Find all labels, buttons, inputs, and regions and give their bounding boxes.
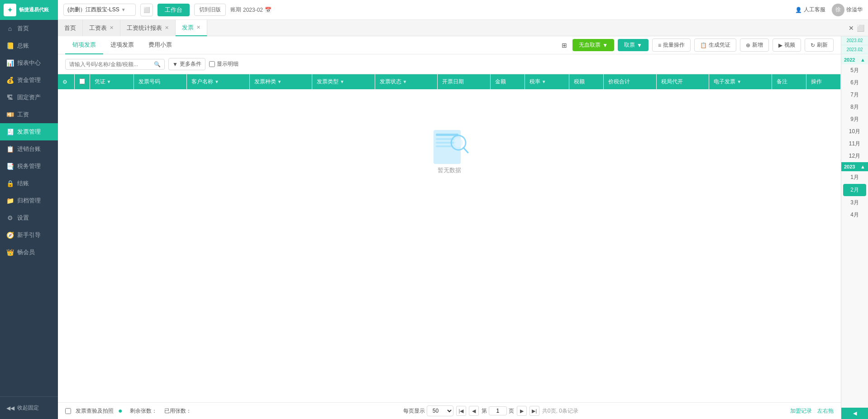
tab-salary-table-close[interactable]: ✕ xyxy=(110,25,114,31)
sidebar-item-invoice[interactable]: 🧾 发票管理 xyxy=(0,123,58,140)
subtab-expense-receipt[interactable]: 费用小票 xyxy=(141,36,179,54)
month-2023-01[interactable]: 1月 xyxy=(841,171,868,183)
switch-version-button[interactable]: 切到旧版 xyxy=(194,4,226,16)
subtab-purchase-invoice[interactable]: 进项发票 xyxy=(103,36,141,54)
th-total: 价税合计 xyxy=(603,74,656,89)
video-btn[interactable]: ▶ 视频 xyxy=(773,39,801,52)
month-2023-02[interactable]: 2月 xyxy=(843,184,866,196)
th-invoice-category: 发票类型▼ xyxy=(312,74,375,89)
sidebar-item-member[interactable]: 👑 畅会员 xyxy=(0,244,58,261)
sidebar-item-archive[interactable]: 📁 归档管理 xyxy=(0,192,58,209)
last-page-btn[interactable]: ▶| xyxy=(529,406,539,416)
tab-salary-stats[interactable]: 工资统计报表 ✕ xyxy=(120,20,176,36)
subtab-sales-invoice[interactable]: 销项发票 xyxy=(65,36,103,54)
show-detail-toggle[interactable]: 显示明细 xyxy=(209,60,238,68)
month-2022-05[interactable]: 5月 xyxy=(841,64,868,77)
video-label: 视频 xyxy=(784,41,795,49)
prev-page-btn[interactable]: ◀ xyxy=(469,406,479,416)
sidebar-label-ledger: 总账 xyxy=(17,42,29,50)
first-page-btn[interactable]: |◀ xyxy=(456,406,466,416)
sidebar-item-sales[interactable]: 📋 进销台账 xyxy=(0,140,58,158)
tab-invoice-close[interactable]: ✕ xyxy=(196,24,200,30)
bottom-bar: 发票查验及拍照 ● 剩余张数： 已用张数： 每页显示 50 10 20 xyxy=(58,402,841,419)
th-settings[interactable]: ⚙ xyxy=(58,74,74,89)
year-2022-label: 2022 xyxy=(844,57,855,63)
sidebar-item-funds[interactable]: 💰 资金管理 xyxy=(0,72,58,89)
page-input[interactable] xyxy=(489,406,507,415)
month-2022-06[interactable]: 6月 xyxy=(841,77,868,89)
avatar: 徐 xyxy=(832,4,844,16)
month-2022-09[interactable]: 9月 xyxy=(841,113,868,125)
tab-home[interactable]: 首页 xyxy=(58,20,83,36)
th-checkbox[interactable] xyxy=(74,74,90,89)
sidebar-item-closing[interactable]: 🔒 结账 xyxy=(0,175,58,192)
sidebar-item-home[interactable]: ⌂ 首页 xyxy=(0,20,58,37)
more-conditions-btn[interactable]: ▼ 更多条件 xyxy=(168,58,205,70)
batch-ops-btn[interactable]: ≡ 批量操作 xyxy=(652,39,691,52)
period-value: 2023-02 xyxy=(243,7,263,13)
search-box[interactable]: 🔍 xyxy=(65,59,165,70)
copy-button[interactable]: ⬜ xyxy=(140,4,153,16)
sidebar-label-guide: 新手引导 xyxy=(17,231,41,239)
show-detail-checkbox[interactable] xyxy=(209,61,215,67)
tab-close-all[interactable]: ✕ xyxy=(849,24,854,32)
member-icon: 👑 xyxy=(6,249,14,256)
refresh-btn[interactable]: ↻ 刷新 xyxy=(805,39,834,52)
next-page-btn[interactable]: ▶ xyxy=(517,406,527,416)
take-ticket-btn[interactable]: 取票 ▼ xyxy=(618,39,649,51)
tab-maximize[interactable]: ⬜ xyxy=(857,24,864,32)
sidebar-item-ledger[interactable]: 📒 总账 xyxy=(0,37,58,54)
select-all-checkbox[interactable] xyxy=(79,78,85,84)
sidebar-item-tax[interactable]: 📑 税务管理 xyxy=(0,158,58,175)
month-2022-10[interactable]: 10月 xyxy=(841,125,868,138)
company-selector[interactable]: (勿删）江西股宝-LSS ▼ xyxy=(63,4,136,16)
page-size-dropdown[interactable]: 50 10 20 100 xyxy=(427,405,453,416)
month-2023-03[interactable]: 3月 xyxy=(841,197,868,209)
sidebar-collapse-btn[interactable]: ◀◀ 收起固定 xyxy=(0,400,58,415)
collapse-label: 收起固定 xyxy=(17,404,39,412)
content-area: 销项发票 进项发票 费用小票 ⊞ 无血取票 ▼ 取票 xyxy=(58,36,841,419)
workbench-button[interactable]: 工作台 xyxy=(157,4,190,16)
month-2022-12[interactable]: 12月 xyxy=(841,150,868,162)
new-btn[interactable]: ⊕ 新增 xyxy=(740,39,769,52)
grid-view-icon[interactable]: ⊞ xyxy=(560,42,569,49)
switch-drag-link[interactable]: 左右拖 xyxy=(817,407,834,415)
sales-icon: 📋 xyxy=(6,145,14,153)
th-action: 操作 xyxy=(806,74,840,89)
year-group-2022: 2022 ▲ 5月 6月 7月 8月 9月 10月 11月 12月 xyxy=(841,55,868,162)
sidebar-label-reports: 报表中心 xyxy=(17,59,41,67)
search-icon[interactable]: 🔍 xyxy=(154,61,161,67)
date-panel-collapse-btn[interactable]: ◀ xyxy=(841,408,868,419)
th-open-date: 开票日期 xyxy=(438,74,491,89)
month-2022-11[interactable]: 11月 xyxy=(841,138,868,150)
sidebar-label-invoice: 发票管理 xyxy=(17,128,41,136)
tab-invoice[interactable]: 发票 ✕ xyxy=(176,20,207,36)
month-2022-07[interactable]: 7月 xyxy=(841,89,868,101)
sidebar-item-guide[interactable]: 🧭 新手引导 xyxy=(0,226,58,244)
tab-salary-table[interactable]: 工资表 ✕ xyxy=(83,20,120,36)
customer-service[interactable]: 👤 人工客服 xyxy=(795,6,825,14)
year-header-2022[interactable]: 2022 ▲ xyxy=(841,55,868,64)
generate-voucher-btn[interactable]: 📋 生成凭证 xyxy=(694,39,736,52)
no-tax-btn[interactable]: 无血取票 ▼ xyxy=(572,39,614,51)
sidebar-item-assets[interactable]: 🏗 固定资产 xyxy=(0,89,58,106)
sidebar-item-reports[interactable]: 📊 报表中心 xyxy=(0,54,58,72)
invoice-check-label[interactable]: 发票查验及拍照 ● xyxy=(65,407,123,415)
search-input[interactable] xyxy=(69,61,152,67)
sidebar-item-salary[interactable]: 💴 工资 xyxy=(0,106,58,123)
month-2023-04[interactable]: 4月 xyxy=(841,209,868,221)
join-record-link[interactable]: 加盟记录 xyxy=(790,407,812,415)
page-size-select[interactable]: 每页显示 50 10 20 100 xyxy=(403,405,453,416)
user-profile[interactable]: 徐 徐溢华 xyxy=(832,4,863,16)
month-2022-08[interactable]: 8月 xyxy=(841,101,868,113)
refresh-icon: ↻ xyxy=(811,42,815,48)
subtab-sales-label: 销项发票 xyxy=(72,41,96,49)
invoice-check-checkbox[interactable] xyxy=(65,408,71,414)
pagination: 每页显示 50 10 20 100 |◀ ◀ 第 页 xyxy=(403,405,578,416)
sidebar-item-settings[interactable]: ⚙ 设置 xyxy=(0,209,58,226)
svg-point-6 xyxy=(454,138,463,147)
collapse-icon: ◀◀ xyxy=(6,405,14,411)
tab-salary-stats-close[interactable]: ✕ xyxy=(165,25,169,31)
sidebar-label-archive: 归档管理 xyxy=(17,197,41,205)
year-header-2023[interactable]: 2023 ▲ xyxy=(841,162,868,171)
